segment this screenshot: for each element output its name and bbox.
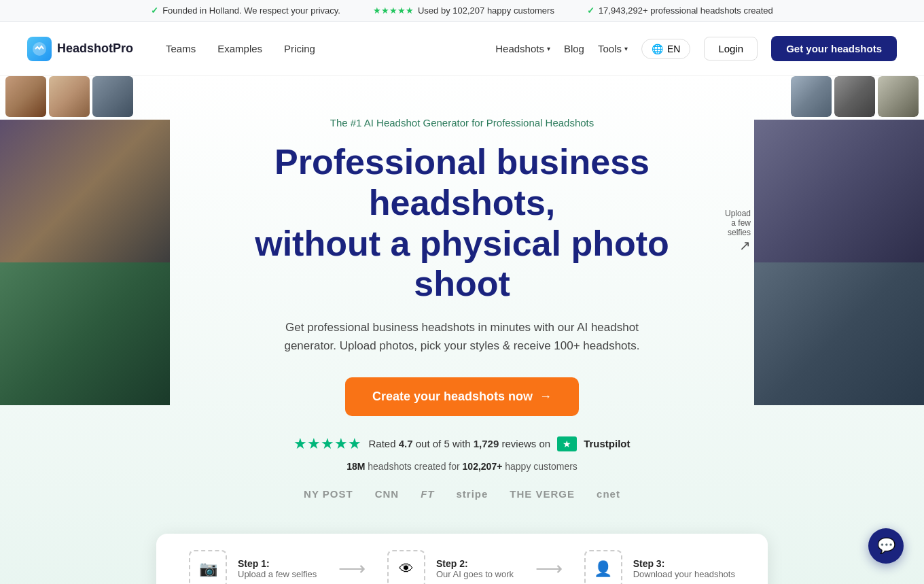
step-2: 👁 Step 2: Our AI goes to work bbox=[387, 550, 514, 584]
login-button[interactable]: Login bbox=[704, 37, 758, 61]
thumb-2 bbox=[49, 76, 90, 117]
press-theverge: THE VERGE bbox=[510, 488, 575, 500]
step-1-label: Step 1: bbox=[238, 558, 317, 569]
thumb-r1 bbox=[791, 76, 832, 117]
trustpilot-text: Rated 4.7 out of 5 with 1,729 reviews on bbox=[368, 438, 550, 449]
hero-left-images bbox=[0, 76, 170, 405]
top-banner: ✓ Founded in Holland. We respect your pr… bbox=[0, 0, 924, 22]
banner-item-3: ✓ 17,943,292+ professional headshots cre… bbox=[587, 5, 773, 16]
hero-right-images: Upload a few selfies ↗ bbox=[754, 76, 924, 405]
steps-bar: 📷 Step 1: Upload a few selfies ⟶ 👁 Step … bbox=[156, 534, 768, 584]
press-stripe: stripe bbox=[457, 488, 488, 500]
step-2-sub: Our AI goes to work bbox=[436, 569, 514, 579]
chevron-down-icon: ▾ bbox=[547, 45, 550, 52]
create-headshots-button[interactable]: Create your headshots now → bbox=[345, 377, 579, 416]
step-arrow-2: ⟶ bbox=[535, 557, 563, 580]
upload-annotation: Upload a few selfies ↗ bbox=[725, 209, 751, 254]
get-headshots-button[interactable]: Get your headshots bbox=[771, 36, 897, 61]
hero-subtitle: The #1 AI Headshot Generator for Profess… bbox=[224, 117, 700, 128]
hero-content: The #1 AI Headshot Generator for Profess… bbox=[224, 117, 700, 513]
step-1-sub: Upload a few selfies bbox=[238, 569, 317, 579]
chevron-down-icon-2: ▾ bbox=[624, 45, 628, 52]
arrow-right-icon: → bbox=[539, 390, 552, 404]
nav-link-headshots[interactable]: Headshots ▾ bbox=[495, 43, 550, 54]
press-cnet: cnet bbox=[597, 488, 620, 500]
banner-item-2: ★★★★★ Used by 102,207 happy customers bbox=[373, 5, 554, 16]
nav-link-tools[interactable]: Tools ▾ bbox=[598, 43, 628, 54]
navbar: HeadshotPro Teams Examples Pricing Heads… bbox=[0, 22, 924, 76]
thumb-r3 bbox=[878, 76, 919, 117]
check-icon-1: ✓ bbox=[151, 5, 158, 16]
thumb-1 bbox=[5, 76, 46, 117]
step-arrow-1: ⟶ bbox=[338, 557, 366, 580]
trustpilot-brand: Trustpilot bbox=[584, 438, 630, 449]
chat-button[interactable]: 💬 bbox=[868, 528, 904, 564]
step-1: 📷 Step 1: Upload a few selfies bbox=[189, 550, 317, 584]
check-icon-2: ✓ bbox=[587, 5, 594, 16]
thumb-3 bbox=[92, 76, 133, 117]
logo-icon bbox=[27, 37, 52, 61]
hero-photo-woman-dark bbox=[0, 120, 170, 262]
lang-button[interactable]: 🌐 EN bbox=[641, 39, 690, 59]
press-cnn: CNN bbox=[375, 488, 399, 500]
step-3: 👤 Step 3: Download your headshots bbox=[584, 550, 735, 584]
step-3-sub: Download your headshots bbox=[633, 569, 735, 579]
step-3-label: Step 3: bbox=[633, 558, 735, 569]
nav-link-teams[interactable]: Teams bbox=[166, 43, 196, 54]
trustpilot-row: ★★★★★ Rated 4.7 out of 5 with 1,729 revi… bbox=[224, 435, 700, 453]
trustpilot-logo: ★ bbox=[557, 436, 577, 451]
step-1-icon: 📷 bbox=[189, 550, 227, 584]
hero-photo-man-turtleneck bbox=[754, 120, 924, 262]
thumb-row-top-left bbox=[0, 76, 170, 117]
nav-link-pricing[interactable]: Pricing bbox=[284, 43, 315, 54]
trustpilot-stars: ★★★★★ bbox=[294, 435, 361, 453]
press-logos: NY POST CNN FT stripe THE VERGE cnet bbox=[224, 488, 700, 500]
step-2-icon: 👁 bbox=[387, 550, 425, 584]
hero-photo-man-suit bbox=[754, 262, 924, 405]
step-2-label: Step 2: bbox=[436, 558, 514, 569]
hero-section: Upload a few selfies ↗ The #1 AI Headsho… bbox=[0, 76, 924, 584]
globe-icon: 🌐 bbox=[652, 44, 663, 54]
press-ft: FT bbox=[421, 488, 434, 500]
press-nypost: NY POST bbox=[304, 488, 353, 500]
nav-link-blog[interactable]: Blog bbox=[564, 43, 584, 54]
headshots-count: 18M headshots created for 102,207+ happy… bbox=[224, 461, 700, 472]
logo-text: HeadshotPro bbox=[57, 41, 133, 56]
nav-right: Headshots ▾ Blog Tools ▾ 🌐 EN Login Get … bbox=[495, 36, 897, 61]
stars-icon: ★★★★★ bbox=[373, 5, 414, 16]
hero-description: Get professional business headshots in m… bbox=[265, 318, 659, 355]
step-3-icon: 👤 bbox=[584, 550, 622, 584]
hero-title: Professional business headshots, without… bbox=[224, 142, 700, 305]
nav-link-examples[interactable]: Examples bbox=[217, 43, 262, 54]
nav-links-left: Teams Examples Pricing bbox=[166, 43, 315, 54]
logo-link[interactable]: HeadshotPro bbox=[27, 37, 133, 61]
banner-item-1: ✓ Founded in Holland. We respect your pr… bbox=[151, 5, 340, 16]
thumb-r2 bbox=[834, 76, 875, 117]
hero-photo-woman-outdoor bbox=[0, 262, 170, 405]
